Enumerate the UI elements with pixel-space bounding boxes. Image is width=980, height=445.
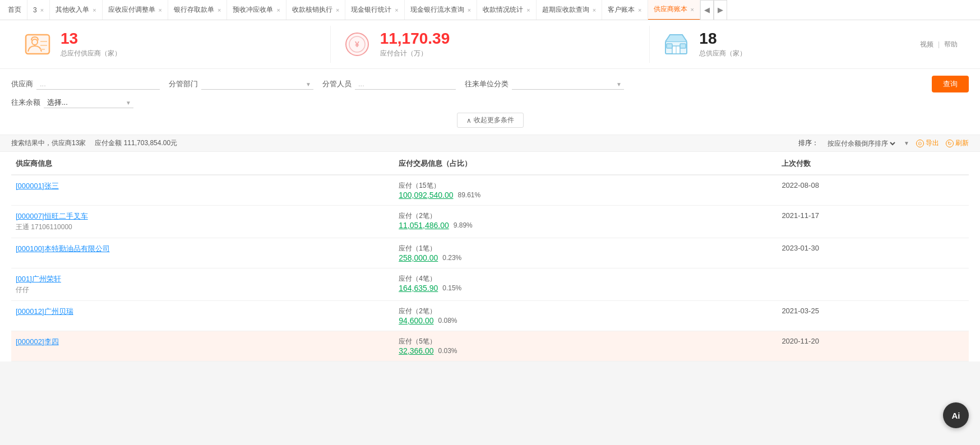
table-row: [001]广州荣轩仔仔应付（4笔）164,635.900.15%: [11, 268, 969, 301]
nav-tab-bank[interactable]: 银行存取款单 ×: [168, 0, 227, 20]
unit-filter-select[interactable]: [512, 78, 624, 90]
th-last-payment: 上次付数: [777, 152, 969, 175]
ap-label: 应付（15笔）: [399, 181, 773, 191]
close-icon[interactable]: ×: [691, 6, 694, 13]
nav-tab-customer-ledger[interactable]: 客户账本 ×: [602, 0, 648, 20]
percentage-text: 9.89%: [454, 221, 473, 229]
ap-info-cell: 应付（15笔）100,092,540.0089.61%: [394, 175, 777, 206]
supplier-link[interactable]: [000007]恒旺二手叉车: [16, 212, 88, 220]
close-icon[interactable]: ×: [93, 7, 96, 13]
export-icon: ⊙: [916, 140, 924, 147]
amount-link[interactable]: 164,635.90: [399, 284, 438, 293]
filter-person: 分管人员: [322, 78, 456, 90]
amount-link[interactable]: 100,092,540.00: [399, 191, 453, 200]
nav-tab-home[interactable]: 首页: [2, 0, 27, 20]
supplier-link[interactable]: [000001]张三: [16, 182, 59, 190]
summary-help-links: 视频 | 帮助: [920, 40, 958, 49]
close-icon[interactable]: ×: [40, 7, 44, 13]
svg-text:¥: ¥: [355, 40, 359, 49]
supplier-link[interactable]: [000002]李四: [16, 337, 59, 346]
nav-tab-adjustment[interactable]: 应收应付调整单 ×: [103, 0, 168, 20]
last-payment-date-cell: [777, 268, 969, 301]
filter-row-2: 往来余额 选择... ▼: [11, 97, 969, 108]
nav-prev-arrow[interactable]: ◀: [700, 0, 714, 20]
ap-label: 应付（5笔）: [399, 337, 773, 346]
close-icon[interactable]: ×: [218, 7, 221, 13]
total-payable-label: 应付合计（万）: [380, 49, 450, 58]
result-supplier-count: 搜索结果中，供应商13家: [11, 138, 86, 148]
filter-unit-type: 往来单位分类 ▼: [465, 78, 624, 90]
query-button[interactable]: 查询: [932, 76, 969, 92]
percentage-text: 89.61%: [458, 191, 481, 199]
nav-tab-supplier-ledger[interactable]: 供应商账本 ×: [648, 0, 700, 20]
supplier-info-cell: [000012]广州贝瑞: [11, 301, 394, 331]
close-icon[interactable]: ×: [336, 7, 339, 13]
supplier-link[interactable]: [001]广州荣轩: [16, 275, 61, 283]
percentage-text: 0.23%: [442, 254, 461, 262]
balance-filter-label: 往来余额: [11, 98, 40, 108]
summary-text-total: 11,170.39 应付合计（万）: [380, 30, 450, 58]
export-button[interactable]: ⊙ 导出: [916, 138, 939, 148]
nav-tab-cash-stats[interactable]: 现金银行统计 ×: [345, 0, 404, 20]
supplier-info-cell: [000007]恒旺二手叉车王通 17106110000: [11, 206, 394, 238]
nav-tab-collect[interactable]: 收款核销执行 ×: [286, 0, 345, 20]
result-amount: 应付金额 111,703,854.00元: [95, 138, 177, 148]
summary-card-payable-suppliers: 13 总应付供应商（家）: [11, 26, 331, 63]
dept-filter-label: 分管部门: [169, 79, 198, 89]
dept-filter-select[interactable]: [201, 78, 313, 90]
nav-tab-advance[interactable]: 预收冲应收单 ×: [227, 0, 286, 20]
supplier-info-cell: [000002]李四: [11, 331, 394, 361]
nav-next-arrow[interactable]: ▶: [714, 0, 727, 20]
payable-suppliers-label: 总应付供应商（家）: [61, 49, 121, 58]
collapse-button[interactable]: ∧ 收起更多条件: [457, 113, 524, 128]
ap-label: 应付（4笔）: [399, 274, 773, 284]
table-row: [000001]张三应付（15笔）100,092,540.0089.61%202…: [11, 175, 969, 206]
supplier-info-cell: [000001]张三: [11, 175, 394, 206]
close-icon[interactable]: ×: [526, 7, 530, 13]
close-icon[interactable]: ×: [159, 7, 162, 13]
refresh-button[interactable]: ↻ 刷新: [946, 138, 969, 148]
nav-tab-collect-stats[interactable]: 收款情况统计 ×: [477, 0, 536, 20]
amount-link[interactable]: 94,600.00: [399, 316, 433, 325]
person-filter-label: 分管人员: [322, 79, 352, 89]
supplier-link[interactable]: [000100]本特勤油品有限公司: [16, 244, 110, 253]
chevron-down-icon: ▼: [904, 140, 909, 146]
supplier-sub-info: 仔仔: [16, 285, 390, 295]
svg-rect-8: [680, 44, 686, 48]
supplier-link[interactable]: [000012]广州贝瑞: [16, 307, 73, 316]
ap-label: 应付（2笔）: [399, 307, 773, 316]
total-payable-number: 11,170.39: [380, 30, 450, 48]
result-info: 搜索结果中，供应商13家 应付金额 111,703,854.00元: [11, 138, 177, 148]
close-icon[interactable]: ×: [468, 7, 471, 13]
close-icon[interactable]: ×: [395, 7, 398, 13]
total-suppliers-number: 18: [699, 30, 746, 48]
th-supplier-info: 供应商信息: [11, 152, 394, 175]
nav-tab-3[interactable]: 3 ×: [27, 0, 50, 20]
result-bar: 搜索结果中，供应商13家 应付金额 111,703,854.00元 排序： 按应…: [0, 135, 980, 152]
balance-filter-select[interactable]: 选择...: [44, 97, 133, 108]
top-navigation: 首页 3 × 其他收入单 × 应收应付调整单 × 银行存取款单 × 预收冲应收单…: [0, 0, 980, 20]
help-link[interactable]: 帮助: [944, 40, 958, 49]
balance-select-wrap: 选择... ▼: [44, 97, 133, 108]
close-icon[interactable]: ×: [638, 7, 641, 13]
ap-info-cell: 应付（2笔）94,600.000.08%: [394, 301, 777, 331]
summary-card-total-suppliers: 18 总供应商（家） 视频 | 帮助: [650, 26, 969, 63]
amount-link[interactable]: 258,000.00: [399, 253, 438, 262]
percentage-text: 0.15%: [442, 284, 461, 292]
nav-tab-other-income[interactable]: 其他收入单 ×: [50, 0, 102, 20]
supplier-filter-input[interactable]: [36, 78, 160, 90]
amount-link[interactable]: 11,051,486.00: [399, 221, 449, 230]
ap-info-cell: 应付（4笔）164,635.900.15%: [394, 268, 777, 301]
table-row: [000007]恒旺二手叉车王通 17106110000应付（2笔）11,051…: [11, 206, 969, 238]
summary-text-store: 18 总供应商（家）: [699, 30, 746, 58]
video-link[interactable]: 视频: [920, 40, 933, 49]
person-filter-input[interactable]: [355, 78, 456, 90]
nav-tab-overdue[interactable]: 超期应收款查询 ×: [537, 0, 602, 20]
amount-link[interactable]: 32,366.00: [399, 346, 433, 355]
last-payment-date-cell: 2020-11-20: [777, 331, 969, 361]
sort-select[interactable]: 按应付余额倒序排序: [825, 139, 897, 148]
close-icon[interactable]: ×: [593, 7, 596, 13]
total-suppliers-label: 总供应商（家）: [699, 49, 746, 58]
nav-tab-cash-flow[interactable]: 现金银行流水查询 ×: [405, 0, 477, 20]
close-icon[interactable]: ×: [276, 7, 280, 13]
